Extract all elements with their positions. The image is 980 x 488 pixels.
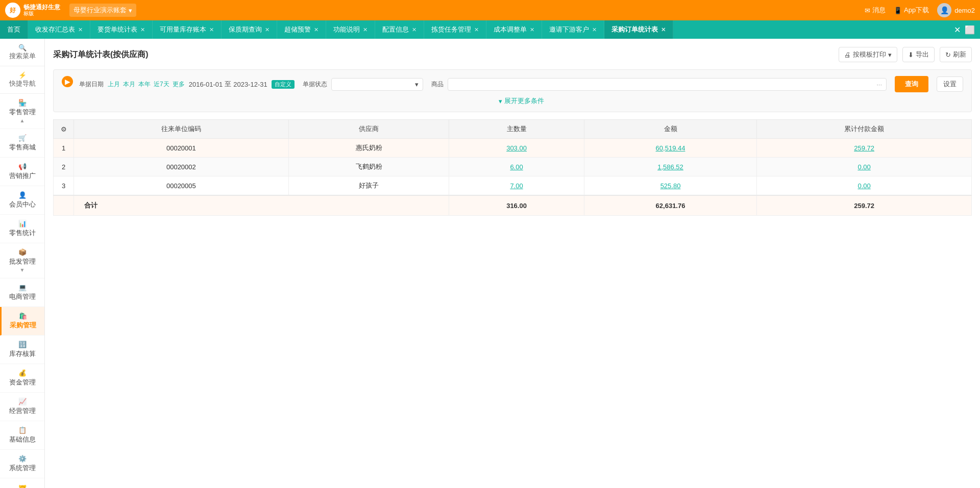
- sidebar-item-inventory-check[interactable]: 🔢 库存核算: [0, 336, 44, 364]
- sidebar-item-enterprise-collab[interactable]: 🤝 企业协同: [0, 478, 44, 488]
- close-icon[interactable]: ✕: [661, 27, 666, 33]
- row-paid[interactable]: 259.72: [757, 139, 972, 158]
- chart-icon: 📊: [18, 220, 27, 227]
- sidebar-item-purchase-manage[interactable]: 🛍️ 采购管理: [0, 307, 44, 336]
- col-amount: 金额: [584, 120, 756, 139]
- sidebar-item-basic-info[interactable]: 📋 基础信息: [0, 421, 44, 450]
- tab-purchase-stat[interactable]: 采购订单统计表 ✕: [604, 20, 673, 39]
- row-qty[interactable]: 6.00: [449, 158, 584, 176]
- close-icon[interactable]: ✕: [363, 27, 368, 33]
- shortcut-more[interactable]: 更多: [173, 80, 185, 89]
- row-paid[interactable]: 0.00: [757, 158, 972, 176]
- nav-tabs: 首页 收发存汇总表 ✕ 要货单统计表 ✕ 可用量库存账本 ✕ 保质期查询 ✕ 超…: [0, 20, 980, 39]
- close-icon[interactable]: ✕: [78, 27, 83, 33]
- shopping-icon: 🛍️: [19, 312, 27, 320]
- export-button[interactable]: ⬇ 导出: [902, 47, 935, 62]
- page-header: 采购订单统计表(按供应商) 🖨 按模板打印 ▾ ⬇ 导出 ↻ 刷新: [53, 47, 972, 62]
- nav-maximize-btn[interactable]: ⬜: [965, 25, 975, 35]
- chevron-down-icon: ▾: [129, 7, 132, 14]
- sidebar-item-quick-nav[interactable]: ⚡ 快捷导航: [0, 66, 44, 94]
- close-icon[interactable]: ✕: [209, 27, 214, 33]
- logo-area: 好 畅捷通好生意 标版: [5, 3, 60, 18]
- goods-filter-item: 商品 ···: [431, 78, 887, 91]
- footer-paid: 259.72: [757, 195, 972, 216]
- sidebar: 🔍 搜索菜单 ⚡ 快捷导航 🏪 零售管理 ▲ 🛒 零售商城 📢 营销推广 👤 会…: [0, 39, 45, 488]
- row-amount[interactable]: 525.80: [584, 176, 756, 196]
- close-icon[interactable]: ✕: [530, 27, 534, 33]
- table-row: 1 00020001 惠氏奶粉 303.00 60,519.44 259.72: [54, 139, 972, 158]
- megaphone-icon: 📢: [18, 163, 27, 170]
- close-icon[interactable]: ✕: [140, 27, 145, 33]
- settings-button[interactable]: 设置: [937, 76, 963, 92]
- message-btn[interactable]: ✉ 消息: [865, 6, 886, 15]
- sidebar-item-retail-mall[interactable]: 🛒 零售商城: [0, 129, 44, 158]
- goods-label: 商品: [431, 80, 444, 89]
- store-icon: 🏪: [18, 99, 27, 107]
- col-settings[interactable]: ⚙: [54, 120, 74, 139]
- filter-area: ▶ 单据日期 上月 本月 本年 近7天 更多: [53, 69, 972, 112]
- shortcut-prev-month[interactable]: 上月: [108, 80, 120, 89]
- row-amount[interactable]: 1,586.52: [584, 158, 756, 176]
- tab-func-desc[interactable]: 功能说明 ✕: [326, 20, 375, 39]
- expand-more-btn[interactable]: ▾ 展开更多条件: [79, 96, 963, 106]
- close-icon[interactable]: ✕: [314, 27, 318, 33]
- tab-config-info[interactable]: 配置信息 ✕: [375, 20, 424, 39]
- tab-home[interactable]: 首页: [0, 20, 28, 39]
- status-label: 单据状态: [303, 80, 327, 89]
- tab-demand-stat[interactable]: 要货单统计表 ✕: [90, 20, 153, 39]
- top-bar-right: ✉ 消息 📱 App下载 👤 demo2: [865, 3, 975, 17]
- sidebar-item-operation-manage[interactable]: 📈 经营管理: [0, 393, 44, 421]
- tab-picking-task[interactable]: 拣货任务管理 ✕: [424, 20, 486, 39]
- shortcut-this-month[interactable]: 本月: [123, 80, 135, 89]
- row-amount[interactable]: 60,519.44: [584, 139, 756, 158]
- user-area[interactable]: 👤 demo2: [937, 3, 975, 17]
- nav-close-all-btn[interactable]: ✕: [954, 25, 961, 35]
- shortcut-7days[interactable]: 近7天: [154, 80, 169, 89]
- org-selector[interactable]: 母婴行业演示账套 ▾: [69, 4, 136, 17]
- sidebar-item-search-menu[interactable]: 🔍 搜索菜单: [0, 39, 44, 66]
- tab-invite-downstream[interactable]: 邀请下游客户 ✕: [542, 20, 604, 39]
- goods-input[interactable]: ···: [448, 78, 887, 91]
- sidebar-item-member-center[interactable]: 👤 会员中心: [0, 186, 44, 215]
- tab-receive-send[interactable]: 收发存汇总表 ✕: [28, 20, 90, 39]
- sidebar-item-marketing[interactable]: 📢 营销推广: [0, 158, 44, 186]
- status-filter-item: 单据状态 ▾: [303, 78, 423, 91]
- tab-overstock-warning[interactable]: 超储预警 ✕: [277, 20, 326, 39]
- footer-empty: [54, 195, 74, 216]
- close-icon[interactable]: ✕: [592, 27, 597, 33]
- close-icon[interactable]: ✕: [412, 27, 416, 33]
- col-qty: 主数量: [449, 120, 584, 139]
- nav-tab-more: ✕ ⬜: [949, 25, 980, 35]
- status-select[interactable]: ▾: [331, 78, 423, 91]
- calc-icon: 🔢: [18, 341, 27, 348]
- search-icon: 🔍: [3, 44, 41, 52]
- search-button[interactable]: 查询: [895, 76, 928, 92]
- sidebar-item-capital-manage[interactable]: 💰 资金管理: [0, 364, 44, 393]
- sidebar-item-ecom-manage[interactable]: 💻 电商管理: [0, 278, 44, 307]
- sidebar-item-wholesale-manage[interactable]: 📦 批发管理 ▼: [0, 243, 44, 278]
- row-code: 00020002: [74, 158, 289, 176]
- filter-toggle-button[interactable]: ▶: [62, 76, 73, 87]
- row-qty[interactable]: 7.00: [449, 176, 584, 196]
- close-icon[interactable]: ✕: [474, 27, 479, 33]
- row-paid[interactable]: 0.00: [757, 176, 972, 196]
- tab-cost-adjust[interactable]: 成本调整单 ✕: [486, 20, 542, 39]
- content-area: 采购订单统计表(按供应商) 🖨 按模板打印 ▾ ⬇ 导出 ↻ 刷新: [45, 39, 980, 488]
- sidebar-item-retail-manage[interactable]: 🏪 零售管理 ▲: [0, 94, 44, 129]
- table-row: 2 00020002 飞鹤奶粉 6.00 1,586.52 0.00: [54, 158, 972, 176]
- clipboard-icon: 📋: [18, 426, 27, 434]
- custom-tag: 自定义: [272, 80, 295, 89]
- date-label: 单据日期: [79, 80, 104, 89]
- close-icon[interactable]: ✕: [265, 27, 270, 33]
- print-button[interactable]: 🖨 按模板打印 ▾: [839, 47, 897, 62]
- tab-expiry-query[interactable]: 保质期查询 ✕: [222, 20, 277, 39]
- sidebar-item-system-manage[interactable]: ⚙️ 系统管理: [0, 450, 44, 478]
- shortcut-this-year[interactable]: 本年: [138, 80, 151, 89]
- sidebar-item-retail-stat[interactable]: 📊 零售统计: [0, 215, 44, 243]
- tab-available-stock[interactable]: 可用量库存账本 ✕: [153, 20, 222, 39]
- app-download-btn[interactable]: 📱 App下载: [894, 6, 929, 15]
- table-footer-row: 合计 316.00 62,631.76 259.72: [54, 195, 972, 216]
- refresh-button[interactable]: ↻ 刷新: [940, 47, 972, 62]
- page-content: 采购订单统计表(按供应商) 🖨 按模板打印 ▾ ⬇ 导出 ↻ 刷新: [45, 39, 980, 488]
- row-qty[interactable]: 303.00: [449, 139, 584, 158]
